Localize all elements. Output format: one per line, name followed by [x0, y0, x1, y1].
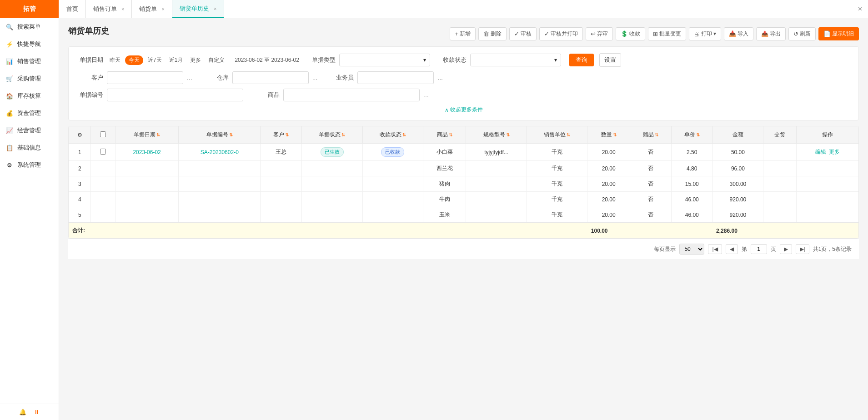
import-button[interactable]: 📥 导入 — [724, 27, 753, 40]
action-link[interactable]: 编辑 — [815, 149, 826, 155]
filter-goods-item: 商品 ... — [252, 89, 429, 101]
tab-sales-shipment-close[interactable]: × — [161, 6, 164, 12]
query-button[interactable]: 查询 — [569, 54, 594, 66]
cell-unit-price: 15.00 — [671, 176, 712, 192]
row-checkbox[interactable] — [100, 149, 106, 155]
abandon-button[interactable]: ↩ 弃审 — [586, 27, 613, 40]
customer-ellipsis[interactable]: ... — [187, 74, 192, 81]
audit-print-button[interactable]: ✓ 审核并打印 — [539, 27, 583, 40]
refresh-button[interactable]: ↺ 刷新 — [788, 27, 816, 40]
cell-doc-status — [302, 161, 362, 176]
basic-info-icon: 📋 — [5, 144, 14, 152]
audit-button[interactable]: ✓ 审核 — [509, 27, 537, 40]
date-btn-yesterday[interactable]: 昨天 — [107, 55, 123, 65]
tab-sales-history[interactable]: 销货单历史 × — [172, 0, 224, 18]
prev-page-button[interactable]: ◀ — [726, 244, 738, 254]
col-gift[interactable]: 赠品⇅ — [630, 126, 672, 144]
notification-icon[interactable]: 🔔 — [19, 409, 26, 415]
tab-sales-order-label: 销售订单 — [93, 5, 117, 13]
sidebar-item-inventory[interactable]: 🏠 库存核算 — [0, 87, 59, 105]
col-unit[interactable]: 销售单位⇅ — [527, 126, 587, 144]
filter-customer-input[interactable] — [107, 71, 183, 84]
filter-customer-label: 客户 — [76, 74, 103, 82]
date-btn-today[interactable]: 今天 — [125, 55, 143, 65]
date-btn-custom[interactable]: 自定义 — [206, 55, 227, 65]
first-page-button[interactable]: |◀ — [708, 244, 722, 254]
export-button[interactable]: 📤 导出 — [756, 27, 786, 40]
print-button[interactable]: 🖨 打印 ▾ — [689, 27, 721, 40]
tab-sales-order-close[interactable]: × — [121, 6, 124, 12]
next-page-button[interactable]: ▶ — [780, 244, 792, 254]
sidebar-item-sales-mgmt[interactable]: 📊 销售管理 — [0, 53, 59, 70]
collapse-filter-button[interactable]: ∧ 收起更多条件 — [445, 106, 483, 114]
sidebar-item-operations[interactable]: 📈 经营管理 — [0, 122, 59, 139]
col-payment-status[interactable]: 收款状态⇅ — [362, 126, 423, 144]
page-number-input[interactable] — [751, 244, 767, 254]
cell-qty: 20.00 — [587, 176, 630, 192]
sidebar-item-purchase-mgmt[interactable]: 🛒 采购管理 — [0, 70, 59, 87]
cell-payment-status — [362, 207, 423, 223]
new-button[interactable]: + 新增 — [450, 27, 476, 40]
tab-sales-history-label: 销货单历史 — [180, 5, 209, 13]
inventory-icon: 🏠 — [5, 92, 14, 100]
show-detail-button[interactable]: 📄 显示明细 — [818, 27, 859, 40]
col-doc-date[interactable]: 单据日期⇅ — [115, 126, 179, 144]
filter-salesman-label: 业务员 — [326, 74, 354, 82]
cell-payment-status: 已收款 — [362, 144, 423, 161]
date-btn-1month[interactable]: 近1月 — [166, 55, 186, 65]
filter-goods-input[interactable] — [283, 89, 420, 101]
per-page-select[interactable]: 50 100 200 — [679, 244, 704, 255]
cell-unit: 千克 — [527, 161, 587, 176]
date-btn-more[interactable]: 更多 — [187, 55, 204, 65]
date-range-buttons: 昨天 今天 近7天 近1月 更多 自定义 — [107, 55, 227, 65]
table-settings-icon[interactable]: ⚙ — [77, 132, 82, 138]
cell-doc-status — [302, 176, 362, 192]
sidebar-item-search-menu[interactable]: 🔍 搜索菜单 — [0, 18, 59, 35]
sidebar-item-sys-mgmt[interactable]: ⚙ 系统管理 — [0, 156, 59, 174]
settings-btn[interactable]: 设置 — [599, 53, 621, 67]
tab-close-all[interactable]: ✕ — [852, 5, 868, 12]
filter-doc-no-input[interactable] — [107, 89, 243, 101]
sidebar-item-quick-nav[interactable]: ⚡ 快捷导航 — [0, 35, 59, 53]
sidebar-item-finance[interactable]: 💰 资金管理 — [0, 105, 59, 122]
delete-button[interactable]: 🗑 删除 — [478, 27, 507, 40]
sales-icon: 📊 — [5, 57, 14, 65]
sidebar-item-basic-info[interactable]: 📋 基础信息 — [0, 139, 59, 156]
cell-doc-no[interactable]: SA-20230602-0 — [179, 144, 261, 161]
tab-home[interactable]: 首页 — [59, 0, 86, 18]
col-unit-price[interactable]: 单价⇅ — [671, 126, 712, 144]
col-doc-status[interactable]: 单据状态⇅ — [302, 126, 362, 144]
last-page-button[interactable]: ▶| — [796, 244, 809, 254]
tab-home-label: 首页 — [66, 5, 78, 13]
tab-sales-order[interactable]: 销售订单 × — [86, 0, 132, 18]
goods-ellipsis[interactable]: ... — [423, 91, 429, 99]
col-settings[interactable]: ⚙ — [69, 126, 91, 144]
summary-row: 合计: 100.00 2,286.00 — [69, 223, 858, 238]
filter-doc-type-select[interactable]: ▾ — [339, 54, 430, 66]
salesman-ellipsis[interactable]: ... — [437, 74, 443, 81]
pause-icon[interactable]: ⏸ — [34, 409, 40, 415]
warehouse-ellipsis[interactable]: ... — [312, 74, 318, 81]
tab-sales-shipment[interactable]: 销货单 × — [132, 0, 172, 18]
col-spec[interactable]: 规格型号⇅ — [466, 126, 527, 144]
sidebar-item-label: 经营管理 — [17, 126, 41, 135]
select-all-checkbox[interactable] — [100, 131, 106, 137]
filter-payment-status-select[interactable]: ▾ — [470, 54, 561, 66]
col-doc-no[interactable]: 单据编号⇅ — [179, 126, 261, 144]
cell-payment-status — [362, 176, 423, 192]
sidebar-bottom: 🔔 ⏸ — [0, 404, 59, 420]
date-btn-7days[interactable]: 近7天 — [145, 55, 165, 65]
col-goods[interactable]: 商品⇅ — [423, 126, 466, 144]
filter-salesman-input[interactable] — [357, 71, 434, 84]
col-customer[interactable]: 客户⇅ — [261, 126, 302, 144]
cell-actions — [797, 207, 858, 223]
filter-warehouse-input[interactable] — [232, 71, 309, 84]
batch-change-button[interactable]: ⊞ 批量变更 — [648, 27, 686, 40]
action-link[interactable]: 更多 — [829, 149, 840, 155]
collect-button[interactable]: 💲 收款 — [616, 27, 645, 40]
col-qty[interactable]: 数量⇅ — [587, 126, 630, 144]
sidebar-item-label: 快捷导航 — [17, 40, 41, 48]
tab-sales-history-close[interactable]: × — [214, 6, 216, 11]
page-header: 销货单历史 + 新增 🗑 删除 ✓ 审核 ✓ 审核并打印 — [68, 25, 859, 42]
payment-status-dropdown-icon: ▾ — [554, 57, 557, 63]
